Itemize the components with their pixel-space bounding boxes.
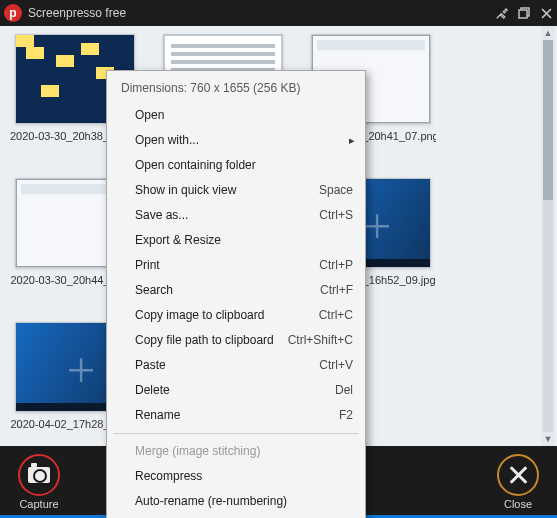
context-menu-item: Merge (image stitching) — [109, 439, 363, 464]
context-menu-item[interactable]: DeleteDel — [109, 378, 363, 403]
context-menu-item[interactable]: Recompress — [109, 464, 363, 489]
context-menu-item[interactable]: Open with... — [109, 128, 363, 153]
restore-window-icon[interactable] — [513, 2, 535, 24]
context-menu-item-label: Rename — [135, 407, 329, 424]
context-menu-item[interactable]: RenameF2 — [109, 403, 363, 428]
context-menu-shortcut: Ctrl+Shift+C — [278, 332, 353, 349]
svg-rect-1 — [519, 10, 527, 18]
close-button[interactable]: Close — [497, 454, 539, 510]
titlebar: p Screenpresso free — [0, 0, 557, 26]
context-menu-shortcut: Ctrl+F — [310, 282, 353, 299]
context-menu-item-label: Open with... — [135, 132, 353, 149]
scroll-up-icon[interactable]: ▲ — [541, 26, 555, 40]
close-icon — [497, 454, 539, 496]
capture-button[interactable]: Capture — [18, 454, 60, 510]
context-menu-item-label: Show in quick view — [135, 182, 309, 199]
scroll-thumb[interactable] — [543, 40, 553, 200]
context-menu-item-label: Paste — [135, 357, 309, 374]
context-menu-item[interactable]: SearchCtrl+F — [109, 278, 363, 303]
context-menu-item[interactable]: Copy image to clipboardCtrl+C — [109, 303, 363, 328]
context-menu-item-label: Delete — [135, 382, 325, 399]
context-menu-shortcut: Del — [325, 382, 353, 399]
context-menu-item-label: Save as... — [135, 207, 309, 224]
app-title: Screenpresso free — [28, 6, 491, 20]
context-menu-item-label: Copy image to clipboard — [135, 307, 309, 324]
context-menu-item-label: Open containing folder — [135, 157, 353, 174]
context-menu-separator — [113, 433, 359, 434]
context-menu-item-label: Copy file path to clipboard — [135, 332, 278, 349]
camera-icon — [18, 454, 60, 496]
scroll-down-icon[interactable]: ▼ — [541, 432, 555, 446]
close-window-icon[interactable] — [535, 2, 557, 24]
context-menu-shortcut: Space — [309, 182, 353, 199]
gallery-scrollbar[interactable]: ▲ ▼ — [541, 26, 555, 446]
context-menu-item-label: Open — [135, 107, 353, 124]
close-label: Close — [504, 498, 532, 510]
context-menu-item[interactable]: Save as...Ctrl+S — [109, 203, 363, 228]
settings-icon[interactable] — [491, 2, 513, 24]
context-menu-item[interactable]: PasteCtrl+V — [109, 353, 363, 378]
context-menu-item-label: Export & Resize — [135, 232, 353, 249]
context-menu-header: Dimensions: 760 x 1655 (256 KB) — [109, 77, 363, 103]
context-menu-shortcut: Ctrl+P — [309, 257, 353, 274]
context-menu-item-label: Search — [135, 282, 310, 299]
context-menu-item-label: Merge (image stitching) — [135, 443, 353, 460]
context-menu-item[interactable]: PrintCtrl+P — [109, 253, 363, 278]
context-menu-shortcut: Ctrl+C — [309, 307, 353, 324]
capture-label: Capture — [19, 498, 58, 510]
context-menu-item[interactable]: Open containing folder — [109, 153, 363, 178]
context-menu-shortcut: Ctrl+S — [309, 207, 353, 224]
context-menu-item[interactable]: Open — [109, 103, 363, 128]
context-menu-item[interactable]: Copy file path to clipboardCtrl+Shift+C — [109, 328, 363, 353]
context-menu-item-label: Recompress — [135, 468, 353, 485]
context-menu: Dimensions: 760 x 1655 (256 KB) OpenOpen… — [106, 70, 366, 518]
context-menu-item-label: Auto-rename (re-numbering) — [135, 493, 353, 510]
context-menu-item[interactable]: Show in quick viewSpace — [109, 178, 363, 203]
app-logo-icon: p — [4, 4, 22, 22]
context-menu-item[interactable]: Auto-rename (re-numbering) — [109, 489, 363, 514]
context-menu-shortcut: F2 — [329, 407, 353, 424]
context-menu-item[interactable]: Delete all — [109, 514, 363, 518]
context-menu-shortcut: Ctrl+V — [309, 357, 353, 374]
context-menu-item-label: Print — [135, 257, 309, 274]
context-menu-item[interactable]: Export & Resize — [109, 228, 363, 253]
